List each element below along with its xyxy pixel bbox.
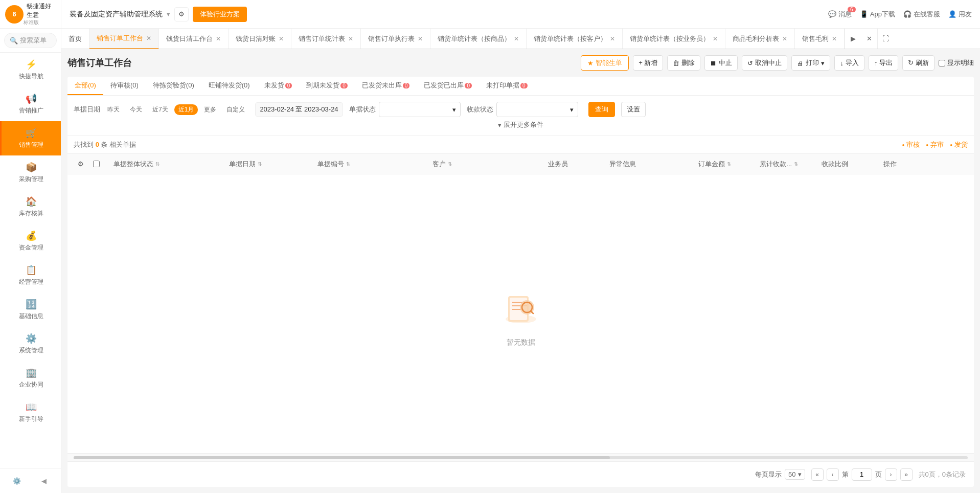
select-all-checkbox[interactable] — [93, 161, 100, 167]
gear-button[interactable]: ⚙ — [174, 7, 189, 21]
sub-tab-shipped-in[interactable]: 已发货已出库0 — [417, 77, 479, 95]
sidebar-item-quick-nav[interactable]: ⚡ 快捷导航 — [0, 53, 61, 87]
user-btn[interactable]: 👤 用友 — [948, 10, 972, 19]
tab-close-icon[interactable]: ✕ — [348, 35, 353, 42]
tab-sales-profit[interactable]: 销售毛利 ✕ — [795, 29, 845, 49]
sort-icon[interactable]: ⇅ — [155, 161, 159, 167]
tab-close-icon[interactable]: ✕ — [610, 35, 615, 42]
cancel-stop-btn[interactable]: ↺ 取消中止 — [742, 55, 787, 71]
horizontal-scrollbar[interactable] — [67, 453, 974, 461]
tab-close-icon[interactable]: ✕ — [216, 35, 221, 42]
payment-select[interactable]: ▾ — [496, 102, 578, 117]
collapse-btn[interactable]: ◀ — [33, 474, 56, 488]
quick-btn-today[interactable]: 今天 — [126, 104, 146, 115]
filter-settings-btn[interactable]: 设置 — [621, 102, 646, 117]
next-page-btn[interactable]: › — [885, 468, 897, 481]
delete-btn[interactable]: 🗑 删除 — [667, 55, 700, 71]
sidebar-item-operations[interactable]: 📋 经营管理 — [0, 258, 61, 293]
sort-icon[interactable]: ⇅ — [448, 161, 452, 167]
sort-icon[interactable]: ⇅ — [727, 161, 731, 167]
tab-product-margin[interactable]: 商品毛利分析表 ✕ — [725, 29, 795, 49]
app-download-btn[interactable]: 📱 App下载 — [860, 10, 895, 19]
ship-quick-btn[interactable]: 发货 — [950, 140, 968, 149]
sidebar-item-marketing[interactable]: 📢 营销推广 — [0, 87, 61, 121]
print-btn[interactable]: 🖨 打印 ▾ — [791, 55, 830, 71]
sidebar-item-inventory[interactable]: 🏠 库存核算 — [0, 190, 61, 224]
col-checkbox[interactable] — [89, 161, 109, 167]
quick-btn-more[interactable]: 更多 — [200, 104, 220, 115]
sidebar-item-sales[interactable]: 🛒 销售管理 — [0, 121, 61, 155]
tab-close-icon[interactable]: ✕ — [782, 35, 787, 42]
smart-order-btn[interactable]: ★ 智能生单 — [581, 55, 629, 71]
tab-close-all-btn[interactable]: ✕ — [861, 29, 877, 49]
reject-quick-btn[interactable]: 弃审 — [926, 140, 944, 149]
sidebar-item-system[interactable]: ⚙️ 系统管理 — [0, 327, 61, 361]
sub-tab-shipped-not-in[interactable]: 已发货未出库0 — [355, 77, 417, 95]
query-btn[interactable]: 查询 — [588, 102, 615, 117]
tab-sales-order-workspace[interactable]: 销售订单工作台 ✕ — [89, 29, 159, 49]
quick-btn-yesterday[interactable]: 昨天 — [103, 104, 124, 115]
sub-tab-not-shipped[interactable]: 未发货0 — [257, 77, 300, 95]
show-detail-checkbox[interactable]: 显示明细 — [939, 58, 974, 68]
tab-home[interactable]: 首页 — [61, 29, 89, 49]
payment-label: 收款状态 — [467, 105, 493, 114]
tab-sales-stats-product[interactable]: 销货单统计表（按商品） ✕ — [430, 29, 527, 49]
sort-icon[interactable]: ⇅ — [794, 161, 798, 167]
sidebar-item-purchase[interactable]: 📦 采购管理 — [0, 155, 61, 190]
tab-sales-stats-table[interactable]: 销售订单统计表 ✕ — [291, 29, 361, 49]
scroll-thumb[interactable] — [74, 456, 610, 459]
prev-page-btn[interactable]: ‹ — [827, 468, 839, 481]
sort-icon[interactable]: ⇅ — [258, 161, 262, 167]
last-page-btn[interactable]: » — [900, 468, 913, 481]
stop-btn[interactable]: ⏹ 中止 — [704, 55, 738, 71]
message-btn[interactable]: 💬 消息 6 — [828, 10, 852, 19]
quick-btn-1month[interactable]: 近1月 — [174, 104, 198, 115]
tab-close-icon[interactable]: ✕ — [832, 35, 837, 42]
tab-close-icon[interactable]: ✕ — [279, 35, 284, 42]
col-settings[interactable]: ⚙ — [74, 160, 89, 168]
status-select[interactable]: ▾ — [379, 102, 461, 117]
search-menu-btn[interactable]: 🔍 搜索菜单 — [4, 33, 57, 48]
review-quick-btn[interactable]: 审核 — [902, 140, 920, 149]
page-number-input[interactable] — [852, 468, 872, 481]
tab-sales-stats-staff[interactable]: 销货单统计表（按业务员） ✕ — [623, 29, 725, 49]
tab-close-icon[interactable]: ✕ — [146, 35, 151, 42]
tab-cash-reconcile[interactable]: 钱货日清对账 ✕ — [229, 29, 291, 49]
add-btn[interactable]: + 新增 — [633, 55, 663, 71]
sidebar-item-finance[interactable]: 💰 资金管理 — [0, 224, 61, 258]
sub-tab-expired-not-shipped[interactable]: 到期未发货0 — [299, 77, 355, 95]
sub-tab-pending-inspect[interactable]: 待拣货验货(0) — [146, 77, 201, 95]
industry-btn[interactable]: 体验行业方案 — [193, 7, 247, 22]
tab-sales-order-exec[interactable]: 销售订单执行表 ✕ — [361, 29, 430, 49]
settings-btn[interactable]: ⚙️ — [5, 474, 29, 488]
sub-tab-not-printed[interactable]: 未打印单据0 — [479, 77, 535, 95]
expand-conditions-btn[interactable]: ▾ 展开更多条件 — [74, 120, 968, 129]
date-range-display[interactable]: 2023-02-24 至 2023-03-24 — [255, 102, 343, 117]
import-btn[interactable]: ↓ 导入 — [834, 55, 864, 71]
sort-icon[interactable]: ⇅ — [346, 161, 350, 167]
tab-expand-btn[interactable]: ⛶ — [877, 29, 894, 49]
quick-btn-custom[interactable]: 自定义 — [222, 104, 249, 115]
online-service-btn[interactable]: 🎧 在线客服 — [903, 10, 940, 19]
sidebar-item-basic-info[interactable]: 🔢 基础信息 — [0, 293, 61, 327]
first-page-btn[interactable]: « — [811, 468, 824, 481]
tab-close-icon[interactable]: ✕ — [418, 35, 423, 42]
tab-close-icon[interactable]: ✕ — [713, 35, 718, 42]
sidebar-item-enterprise[interactable]: 🏢 企业协同 — [0, 361, 61, 395]
tab-cash-daily[interactable]: 钱货日清工作台 ✕ — [159, 29, 229, 49]
tab-close-icon[interactable]: ✕ — [514, 35, 519, 42]
tab-sales-stats-customer[interactable]: 销货单统计表（按客户） ✕ — [527, 29, 623, 49]
tab-label: 钱货日清工作台 — [166, 34, 213, 43]
sub-tab-all[interactable]: 全部(0) — [67, 77, 103, 95]
sub-tab-pending-review[interactable]: 待审核(0) — [103, 77, 146, 95]
sidebar-item-guide[interactable]: 📖 新手引导 — [0, 395, 61, 430]
tab-more-btn[interactable]: ▶ — [845, 29, 861, 49]
system-dropdown-icon[interactable]: ▾ — [167, 10, 170, 18]
refresh-btn[interactable]: ↻ 刷新 — [902, 55, 935, 71]
sub-tab-wangpu[interactable]: 旺铺待发货(0) — [201, 77, 257, 95]
sidebar-search[interactable]: 🔍 搜索菜单 — [0, 29, 61, 53]
quick-btn-7days[interactable]: 近7天 — [148, 104, 172, 115]
export-btn[interactable]: ↑ 导出 — [869, 55, 899, 71]
page-size-dropdown[interactable]: 50 ▾ — [785, 469, 805, 480]
show-detail-input[interactable] — [939, 60, 945, 66]
